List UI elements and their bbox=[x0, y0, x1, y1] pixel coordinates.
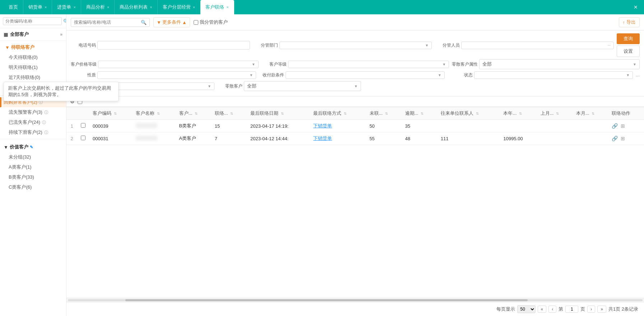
lost-preview-info-icon[interactable]: ⓘ bbox=[44, 110, 48, 114]
col-uncontacted: 未联... ⇅ bbox=[366, 107, 402, 120]
sidebar-item-class-b[interactable]: B类客户(33) bbox=[0, 172, 66, 182]
sidebar-item-lost-preview[interactable]: 流失预警客户(3) ⓘ bbox=[0, 107, 66, 117]
sort-contact-icon[interactable]: ⇅ bbox=[230, 112, 233, 115]
window-close-button[interactable]: × bbox=[631, 4, 640, 11]
my-customer-filter: 我分管的客户 bbox=[194, 19, 228, 25]
action-link-icon[interactable]: 🔗 bbox=[612, 136, 618, 141]
retail-select[interactable]: 全部 ▼ bbox=[244, 81, 361, 91]
close-purchase-tab[interactable]: × bbox=[73, 5, 75, 9]
gender-select[interactable]: ▼ bbox=[97, 71, 256, 79]
sidebar-search-icon[interactable]: 🔍 bbox=[63, 19, 66, 24]
row-contact: 15 bbox=[211, 120, 247, 132]
col-type: 客户... ⇅ bbox=[176, 107, 211, 120]
query-button[interactable]: 查询 bbox=[617, 33, 640, 44]
already-lost-info-icon[interactable]: ⓘ bbox=[42, 120, 46, 124]
close-sales-tab[interactable]: × bbox=[45, 5, 47, 9]
row-actions: 🔗 ⊞ bbox=[608, 120, 644, 132]
row-checkbox-0[interactable] bbox=[81, 123, 85, 128]
sidebar-item-7days[interactable]: 近7天待联络(0) bbox=[0, 72, 66, 82]
sort-type-icon[interactable]: ⇅ bbox=[195, 112, 198, 115]
row-name bbox=[132, 132, 175, 145]
sort-this-month-icon[interactable]: ⇅ bbox=[592, 112, 594, 115]
pending-group-title[interactable]: ▼ 待联络客户 bbox=[0, 42, 66, 52]
value-group-title[interactable]: ▼ 价值客户 ✎ bbox=[0, 142, 66, 152]
more-filter-dots[interactable]: ... bbox=[636, 72, 640, 77]
sort-name-icon[interactable]: ⇅ bbox=[157, 112, 160, 115]
sort-this-year-icon[interactable]: ⇅ bbox=[519, 112, 522, 115]
close-customer-tier-tab[interactable]: × bbox=[193, 5, 195, 9]
person-select-arrow: ··· bbox=[608, 43, 611, 47]
row-this-month bbox=[573, 120, 608, 132]
phone-input[interactable] bbox=[97, 41, 250, 49]
chevron-up-icon: ▲ bbox=[182, 20, 187, 25]
tab-home[interactable]: 首页 bbox=[4, 0, 23, 14]
sort-last-month-icon[interactable]: ⇅ bbox=[556, 112, 559, 115]
dept-select[interactable]: ▼ bbox=[279, 42, 432, 49]
sidebar-item-continuous-decline[interactable]: 持续下滑客户(2) ⓘ bbox=[0, 127, 66, 137]
prev-page-button[interactable]: ‹ bbox=[548, 306, 556, 313]
status-select[interactable]: ▼ bbox=[474, 71, 633, 79]
sort-code-icon[interactable]: ⇅ bbox=[114, 112, 117, 115]
sort-uncontacted-icon[interactable]: ⇅ bbox=[385, 112, 388, 115]
row-method-link[interactable]: 下销货单 bbox=[313, 136, 332, 141]
scrollbar-thumb[interactable] bbox=[125, 299, 528, 301]
my-customer-checkbox[interactable] bbox=[194, 20, 198, 25]
col-unit-contact: 往来单位联系人 ⇅ bbox=[437, 107, 500, 120]
sidebar-item-class-c[interactable]: C类客户(6) bbox=[0, 182, 66, 192]
tab-customer-contact[interactable]: 客户联络 × bbox=[200, 0, 234, 14]
close-analysis-list-tab[interactable]: × bbox=[150, 5, 152, 9]
row-last-month bbox=[537, 120, 573, 132]
per-page-select[interactable]: 50 20 100 bbox=[517, 305, 536, 313]
close-customer-contact-tab[interactable]: × bbox=[226, 5, 228, 9]
decline-info-icon[interactable]: ⓘ bbox=[44, 130, 48, 135]
sort-overdue-icon[interactable]: ⇅ bbox=[421, 112, 423, 115]
tab-sales[interactable]: 销货单 × bbox=[23, 0, 52, 14]
customer-tier-select[interactable]: ▼ bbox=[288, 61, 449, 68]
tab-analysis-list[interactable]: 商品分析列表 × bbox=[115, 0, 157, 14]
first-page-button[interactable]: « bbox=[538, 306, 547, 313]
sidebar-search-input[interactable] bbox=[3, 17, 62, 25]
sort-last-method-icon[interactable]: ⇅ bbox=[344, 112, 347, 115]
search-icon[interactable]: 🔍 bbox=[141, 20, 147, 25]
sort-last-date-icon[interactable]: ⇅ bbox=[281, 112, 284, 115]
tab-purchase[interactable]: 进货单 × bbox=[52, 0, 81, 14]
price-tier-select[interactable]: ▼ bbox=[98, 61, 259, 68]
tab-analysis[interactable]: 商品分析 × bbox=[81, 0, 115, 14]
sidebar-item-today[interactable]: 今天待联络(0) bbox=[0, 52, 66, 62]
edit-value-icon[interactable]: ✎ bbox=[30, 145, 33, 150]
row-uncontacted: 55 bbox=[366, 132, 402, 145]
col-last-month: 上月... ⇅ bbox=[537, 107, 573, 120]
price-tier-arrow: ▼ bbox=[252, 62, 255, 66]
person-select[interactable]: ··· bbox=[461, 42, 614, 49]
table-row: 1 000039 B类客户 15 2023-04-17 14:19: 下销货单 … bbox=[66, 120, 644, 132]
sidebar-item-already-lost[interactable]: 已流失客户(24) ⓘ bbox=[0, 117, 66, 127]
col-action: 联络动作 bbox=[608, 107, 644, 120]
row-checkbox-1[interactable] bbox=[81, 136, 85, 140]
page-number-input[interactable] bbox=[565, 306, 578, 313]
sort-unit-contact-icon[interactable]: ⇅ bbox=[476, 112, 479, 115]
action-more-icon[interactable]: ⊞ bbox=[621, 123, 625, 129]
payment-select[interactable]: ▼ bbox=[286, 71, 444, 79]
close-analysis-tab[interactable]: × bbox=[107, 5, 109, 9]
sidebar-item-ungrouped[interactable]: 未分组(32) bbox=[0, 152, 66, 162]
table-toolbar: ⚙ bbox=[66, 96, 644, 107]
next-page-button[interactable]: › bbox=[587, 306, 595, 313]
filter-row-4: 客户类型 ▼ 零散客户 全部 ▼ bbox=[71, 81, 640, 91]
retail-attr-select[interactable]: 全部 ▼ bbox=[479, 59, 640, 69]
row-code: 000039 bbox=[89, 120, 132, 132]
all-customers-section[interactable]: ▦ 全部客户 » bbox=[0, 28, 66, 41]
sidebar-item-tomorrow[interactable]: 明天待联络(1) bbox=[0, 62, 66, 72]
search-input[interactable] bbox=[74, 20, 139, 25]
settings-button[interactable]: 设置 bbox=[617, 46, 640, 57]
action-more-icon[interactable]: ⊞ bbox=[621, 136, 625, 141]
more-conditions-button[interactable]: ▼ 更多条件 ▲ bbox=[153, 17, 190, 27]
gender-filter: 性质 ▼ bbox=[71, 71, 256, 79]
horizontal-scrollbar[interactable] bbox=[66, 298, 644, 302]
last-page-button[interactable]: » bbox=[597, 306, 606, 313]
row-method-link[interactable]: 下销货单 bbox=[313, 123, 332, 128]
tab-customer-tier[interactable]: 客户分层经营 × bbox=[158, 0, 200, 14]
sidebar-item-class-a[interactable]: A类客户(1) bbox=[0, 162, 66, 172]
row-checkbox-cell bbox=[77, 120, 89, 132]
action-link-icon[interactable]: 🔗 bbox=[612, 123, 618, 129]
export-button[interactable]: ↑ 导出 bbox=[619, 17, 640, 27]
